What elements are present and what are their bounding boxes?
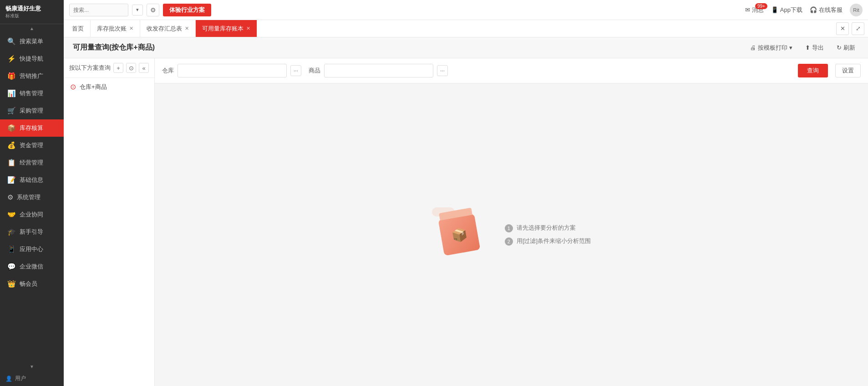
maximize-tab-btn[interactable]: ⤢ bbox=[852, 22, 864, 35]
operations-icon: 📋 bbox=[7, 159, 16, 167]
inventory-icon: 📦 bbox=[7, 124, 16, 132]
app-subtitle: 标准版 bbox=[5, 13, 58, 19]
filter-add-btn[interactable]: + bbox=[113, 63, 123, 73]
product-input[interactable] bbox=[324, 64, 433, 77]
sidebar: 畅康通好生意 标准版 ▲ 🔍 搜索菜单 ⚡ 快捷导航 🎁 营销推广 📊 销售管理… bbox=[0, 0, 64, 386]
finance-icon: 💰 bbox=[7, 141, 16, 149]
page-header-actions: 🖨 按模板打印 ▾ ⬆ 导出 ↻ 刷新 bbox=[746, 42, 859, 54]
export-btn[interactable]: ⬆ 导出 bbox=[802, 42, 827, 54]
sidebar-item-purchase[interactable]: 🛒 采购管理 bbox=[0, 102, 64, 119]
sidebar-item-finance[interactable]: 💰 资金管理 bbox=[0, 137, 64, 154]
tab-inventory-batch[interactable]: 库存批次账 ✕ bbox=[91, 20, 140, 37]
filter-label: 按以下方案查询 bbox=[69, 64, 111, 72]
filter-panel: 按以下方案查询 + ⊙ « ⊙ 仓库+商品 bbox=[64, 58, 155, 386]
sidebar-item-collab[interactable]: 🤝 企业协同 bbox=[0, 206, 64, 223]
system-icon: ⚙ bbox=[7, 193, 13, 201]
close-tab-available-inventory[interactable]: ✕ bbox=[246, 26, 250, 31]
topbar-search-input[interactable] bbox=[69, 4, 128, 16]
filter-header: 按以下方案查询 + ⊙ « bbox=[64, 58, 154, 78]
print-dropdown-icon: ▾ bbox=[789, 44, 792, 51]
print-icon: 🖨 bbox=[750, 44, 756, 51]
empty-box: 📦 bbox=[438, 214, 481, 256]
hint-num-2: 2 bbox=[505, 237, 513, 246]
filter-settings-btn[interactable]: ⊙ bbox=[126, 63, 136, 73]
quicknav-icon: ⚡ bbox=[7, 55, 16, 63]
box-face-icon: 📦 bbox=[450, 226, 468, 244]
search-menu-icon: 🔍 bbox=[7, 37, 16, 46]
sidebar-item-sales[interactable]: 📊 销售管理 bbox=[0, 85, 64, 102]
member-icon: 👑 bbox=[7, 280, 16, 288]
tabbar-end: ✕ ⤢ bbox=[836, 22, 868, 35]
tab-available-inventory[interactable]: 可用量库存账本 ✕ bbox=[196, 20, 257, 37]
phone-icon: 📱 bbox=[771, 6, 778, 13]
filter-item-icon: ⊙ bbox=[70, 82, 76, 91]
filter-header-actions: + ⊙ « bbox=[113, 63, 149, 73]
newguide-icon: 🎓 bbox=[7, 228, 16, 236]
sidebar-item-basicinfo[interactable]: 📝 基础信息 bbox=[0, 171, 64, 189]
sidebar-item-marketing[interactable]: 🎁 营销推广 bbox=[0, 67, 64, 85]
sidebar-user[interactable]: 👤 用户 bbox=[0, 371, 64, 386]
topbar-right: ✉ 消息 99+ 📱 App下载 🎧 在线客服 Rit bbox=[745, 4, 863, 16]
customer-service-btn[interactable]: 🎧 在线客服 bbox=[810, 6, 843, 14]
hint-1: 1 请先选择要分析的方案 bbox=[505, 224, 591, 232]
export-icon: ⬆ bbox=[805, 44, 810, 51]
topbar-gear-btn[interactable]: ⚙ bbox=[147, 4, 159, 16]
appcenter-icon: 📱 bbox=[7, 245, 16, 253]
hint-text-1: 请先选择要分析的方案 bbox=[517, 224, 576, 232]
tab-home[interactable]: 首页 bbox=[66, 20, 91, 37]
warehouse-more-btn[interactable]: ··· bbox=[290, 65, 301, 76]
sidebar-item-newguide[interactable]: 🎓 新手引导 bbox=[0, 223, 64, 241]
query-bar: 仓库 ··· 商品 ··· 查询 设置 bbox=[155, 58, 868, 83]
marketing-icon: 🎁 bbox=[7, 72, 16, 80]
topbar: ▾ ⚙ 体验行业方案 ✉ 消息 99+ 📱 App下载 🎧 在线客服 Rit bbox=[64, 0, 868, 20]
refresh-icon: ↻ bbox=[837, 44, 842, 51]
hint-text-2: 用[过滤]条件来缩小分析范围 bbox=[517, 237, 591, 245]
tab-stock-summary[interactable]: 收发存汇总表 ✕ bbox=[140, 20, 196, 37]
sidebar-item-member[interactable]: 👑 畅会员 bbox=[0, 275, 64, 293]
refresh-btn[interactable]: ↻ 刷新 bbox=[833, 42, 859, 54]
user-avatar[interactable]: Rit bbox=[850, 4, 863, 16]
close-tab-btn[interactable]: ✕ bbox=[836, 22, 849, 35]
app-download-btn[interactable]: 📱 App下载 bbox=[771, 6, 802, 14]
tabbar: 首页 库存批次账 ✕ 收发存汇总表 ✕ 可用量库存账本 ✕ ✕ ⤢ bbox=[64, 20, 868, 37]
sidebar-item-appcenter[interactable]: 📱 应用中心 bbox=[0, 241, 64, 258]
sidebar-item-inventory[interactable]: 📦 库存核算 bbox=[0, 119, 64, 137]
content-area: 按以下方案查询 + ⊙ « ⊙ 仓库+商品 仓库 ··· bbox=[64, 58, 868, 386]
empty-illustration: 📦 bbox=[432, 207, 487, 262]
headset-icon: 🎧 bbox=[810, 6, 817, 13]
topbar-dropdown-btn[interactable]: ▾ bbox=[132, 5, 143, 15]
message-btn[interactable]: ✉ 消息 99+ bbox=[745, 6, 764, 14]
purchase-icon: 🛒 bbox=[7, 107, 16, 115]
filter-item-label: 仓库+商品 bbox=[80, 83, 107, 91]
close-tab-stock-summary[interactable]: ✕ bbox=[185, 26, 189, 31]
page-title: 可用量查询(按仓库+商品) bbox=[73, 43, 746, 52]
empty-hints: 1 请先选择要分析的方案 2 用[过滤]条件来缩小分析范围 bbox=[505, 224, 591, 246]
collab-icon: 🤝 bbox=[7, 211, 16, 219]
product-label: 商品 bbox=[309, 67, 320, 75]
app-logo: 畅康通好生意 标准版 bbox=[0, 0, 64, 24]
empty-state: 📦 1 请先选择要分析的方案 2 用[过滤]条件来缩小分析范围 bbox=[155, 83, 868, 386]
sidebar-item-quicknav[interactable]: ⚡ 快捷导航 bbox=[0, 50, 64, 67]
basicinfo-icon: 📝 bbox=[7, 176, 16, 184]
trial-btn[interactable]: 体验行业方案 bbox=[163, 4, 211, 16]
wechat-icon: 💬 bbox=[7, 262, 16, 271]
main-area: ▾ ⚙ 体验行业方案 ✉ 消息 99+ 📱 App下载 🎧 在线客服 Rit bbox=[64, 0, 868, 386]
message-badge: 99+ bbox=[755, 3, 767, 9]
filter-collapse-btn[interactable]: « bbox=[139, 63, 149, 73]
product-field: 商品 ··· bbox=[309, 64, 448, 77]
settings-btn[interactable]: 设置 bbox=[835, 64, 861, 77]
sidebar-item-search[interactable]: 🔍 搜索菜单 bbox=[0, 33, 64, 50]
product-more-btn[interactable]: ··· bbox=[437, 65, 448, 76]
close-tab-inventory-batch[interactable]: ✕ bbox=[129, 26, 133, 31]
scroll-down[interactable]: ▼ bbox=[0, 362, 64, 371]
app-name: 畅康通好生意 bbox=[5, 5, 58, 13]
scroll-up[interactable]: ▲ bbox=[0, 24, 64, 33]
print-btn[interactable]: 🖨 按模板打印 ▾ bbox=[746, 42, 796, 54]
filter-item-warehouse-product[interactable]: ⊙ 仓库+商品 bbox=[64, 78, 154, 96]
page-header: 可用量查询(按仓库+商品) 🖨 按模板打印 ▾ ⬆ 导出 ↻ 刷新 bbox=[64, 37, 868, 58]
sidebar-item-operations[interactable]: 📋 经营管理 bbox=[0, 154, 64, 171]
sidebar-item-wechat[interactable]: 💬 企业微信 bbox=[0, 258, 64, 275]
query-btn[interactable]: 查询 bbox=[798, 64, 828, 77]
warehouse-input[interactable] bbox=[178, 64, 287, 77]
sidebar-item-system[interactable]: ⚙ 系统管理 bbox=[0, 189, 64, 206]
